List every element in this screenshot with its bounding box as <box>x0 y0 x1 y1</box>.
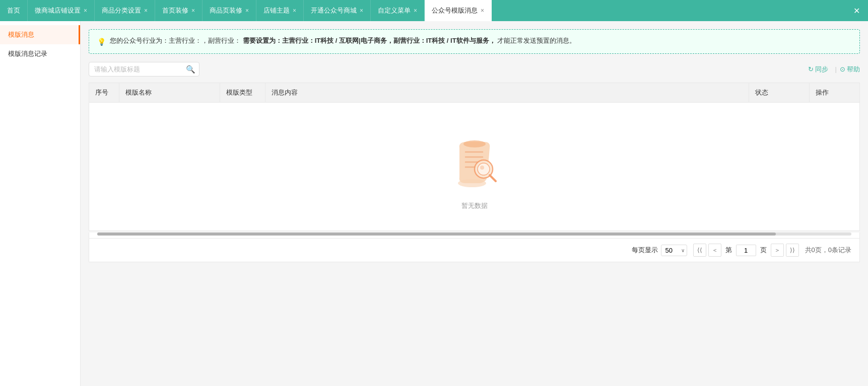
svg-point-7 <box>478 163 490 175</box>
col-header-name: 模版名称 <box>119 83 220 103</box>
page-prefix: 第 <box>725 246 732 255</box>
divider: | <box>835 65 837 73</box>
pagination-bar: 每页显示 10 20 50 100 ⟨⟨ ＜ 第 页 ＞ ⟩⟩ 共0页，0条记录 <box>89 239 860 262</box>
nav-tab-home-label: 首页 <box>7 6 20 15</box>
per-page-label: 每页显示 <box>632 246 658 255</box>
nav-tab-homepage-decor[interactable]: 首页装修 × <box>155 0 203 21</box>
empty-text: 暂无数据 <box>461 201 488 210</box>
data-table: 序号 模版名称 模版类型 消息内容 状态 操作 <box>89 83 860 231</box>
nav-tab-category-settings-close[interactable]: × <box>144 7 148 14</box>
nav-tab-shop-settings[interactable]: 微商城店铺设置 × <box>28 0 95 21</box>
col-header-content: 消息内容 <box>265 83 749 103</box>
nav-tab-shop-settings-close[interactable]: × <box>84 7 87 14</box>
nav-tab-custom-menu-close[interactable]: × <box>414 7 417 14</box>
nav-tab-home[interactable]: 首页 <box>0 0 28 21</box>
sidebar-item-template-msg-record[interactable]: 模版消息记录 <box>0 44 80 63</box>
info-banner: 💡 您的公众号行业为：主营行业：，副营行业： 需要设置为：主营行业：IT科技 /… <box>89 29 860 54</box>
col-header-status: 状态 <box>749 83 810 103</box>
nav-tab-shop-theme[interactable]: 店铺主题 × <box>256 0 304 21</box>
search-bar-right: ↻ 同步 | ⊙ 帮助 <box>808 65 860 74</box>
search-input[interactable] <box>89 62 199 76</box>
nav-tab-shop-theme-label: 店铺主题 <box>263 6 290 15</box>
col-header-type: 模版类型 <box>220 83 265 103</box>
help-button[interactable]: ⊙ 帮助 <box>840 65 860 74</box>
total-label: 共0页，0条记录 <box>805 246 851 255</box>
nav-tab-category-settings[interactable]: 商品分类设置 × <box>95 0 155 21</box>
sidebar: 模版消息 模版消息记录 <box>0 21 81 386</box>
info-banner-prefix: 您的公众号行业为：主营行业：，副营行业： <box>110 37 241 44</box>
current-page-input[interactable] <box>736 245 756 256</box>
first-page-button[interactable]: ⟨⟨ <box>693 244 706 257</box>
per-page-select-wrap: 10 20 50 100 <box>661 245 687 256</box>
empty-illustration <box>444 133 505 193</box>
search-input-wrap: 🔍 <box>89 62 199 76</box>
nav-tab-homepage-decor-close[interactable]: × <box>191 7 195 14</box>
nav-tab-shop-settings-label: 微商城店铺设置 <box>35 6 81 15</box>
sidebar-item-template-msg-record-label: 模版消息记录 <box>8 50 47 57</box>
prev-page-button[interactable]: ＜ <box>708 244 721 257</box>
info-banner-suffix: 才能正常发送预置的消息。 <box>497 37 576 44</box>
sync-icon: ↻ <box>808 65 814 73</box>
sidebar-item-template-msg-label: 模版消息 <box>8 31 34 38</box>
content-area: 💡 您的公众号行业为：主营行业：，副营行业： 需要设置为：主营行业：IT科技 /… <box>81 21 868 386</box>
search-bar-left: 🔍 <box>89 62 199 76</box>
nav-tab-wechat-template-msg-close[interactable]: × <box>481 7 484 14</box>
scrollbar-thumb[interactable] <box>97 233 776 236</box>
global-close-button[interactable]: ✕ <box>845 6 868 16</box>
top-nav: 首页 微商城店铺设置 × 商品分类设置 × 首页装修 × 商品页装修 × 店铺主… <box>0 0 868 21</box>
nav-tab-homepage-decor-label: 首页装修 <box>162 6 188 15</box>
svg-point-9 <box>480 166 484 170</box>
nav-tab-open-wechat-shop-label: 开通公众号商城 <box>311 6 357 15</box>
nav-tab-wechat-template-msg[interactable]: 公众号模版消息 × <box>425 0 492 21</box>
sync-button[interactable]: ↻ 同步 <box>808 65 828 74</box>
info-banner-highlight: 需要设置为：主营行业：IT科技 / 互联网|电子商务，副营行业：IT科技 / I… <box>243 37 496 44</box>
search-icon: 🔍 <box>186 65 195 73</box>
col-header-index: 序号 <box>89 83 119 103</box>
sync-label: 同步 <box>815 65 828 74</box>
nav-tab-product-page-decor[interactable]: 商品页装修 × <box>203 0 256 21</box>
empty-state: 暂无数据 <box>89 103 859 230</box>
sidebar-item-template-msg[interactable]: 模版消息 <box>0 25 80 44</box>
page-suffix: 页 <box>760 246 767 255</box>
nav-tab-shop-theme-close[interactable]: × <box>293 7 296 14</box>
svg-point-1 <box>463 140 486 147</box>
pager: ⟨⟨ ＜ 第 页 ＞ ⟩⟩ <box>693 244 799 257</box>
search-bar: 🔍 ↻ 同步 | ⊙ 帮助 <box>89 62 860 76</box>
table-header-row: 序号 模版名称 模版类型 消息内容 状态 操作 <box>89 83 860 103</box>
bulb-icon: 💡 <box>97 36 106 47</box>
col-header-action: 操作 <box>810 83 860 103</box>
nav-tab-custom-menu-label: 自定义菜单 <box>378 6 411 15</box>
nav-tab-product-page-decor-label: 商品页装修 <box>210 6 242 15</box>
nav-tab-open-wechat-shop[interactable]: 开通公众号商城 × <box>304 0 371 21</box>
search-button[interactable]: 🔍 <box>186 65 195 74</box>
help-icon: ⊙ <box>840 65 845 73</box>
nav-tab-product-page-decor-close[interactable]: × <box>245 7 249 14</box>
next-page-button[interactable]: ＞ <box>771 244 784 257</box>
main-layout: 模版消息 模版消息记录 💡 您的公众号行业为：主营行业：，副营行业： 需要设置为… <box>0 21 868 386</box>
empty-state-row: 暂无数据 <box>89 103 860 231</box>
help-label: 帮助 <box>847 65 860 74</box>
svg-line-8 <box>490 175 496 181</box>
nav-tab-category-settings-label: 商品分类设置 <box>102 6 141 15</box>
info-banner-text: 您的公众号行业为：主营行业：，副营行业： 需要设置为：主营行业：IT科技 / 互… <box>110 36 576 46</box>
scrollbar-area <box>89 233 860 239</box>
last-page-button[interactable]: ⟩⟩ <box>786 244 799 257</box>
scrollbar-track <box>97 233 851 236</box>
nav-tab-wechat-template-msg-label: 公众号模版消息 <box>432 6 478 15</box>
per-page-select[interactable]: 10 20 50 100 <box>661 245 687 256</box>
nav-tab-open-wechat-shop-close[interactable]: × <box>360 7 363 14</box>
nav-tab-custom-menu[interactable]: 自定义菜单 × <box>371 0 425 21</box>
